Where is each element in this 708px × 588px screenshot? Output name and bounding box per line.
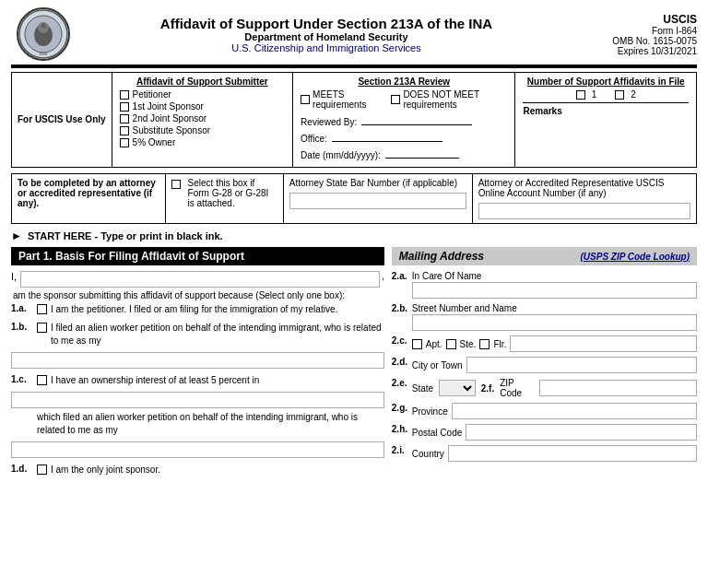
owner-row: 5% Owner [120,137,286,147]
online-account-input[interactable] [478,203,690,219]
addr-2e-row: 2.e. State 2.f. ZIP Code [392,378,697,398]
sponsor-text: am the sponsor submitting this affidavit… [13,290,384,300]
state-select[interactable] [439,380,476,396]
q1b-input[interactable] [11,352,384,369]
joint2-checkbox[interactable] [120,114,129,123]
addr-2a-num: 2.a. [392,271,412,281]
number-options: 1 2 [523,89,689,100]
date-row: Date (mm/dd/yyyy): [301,147,507,160]
meets-checkbox[interactable] [301,95,310,104]
addr-2b-input[interactable] [412,314,697,331]
form-title: Affidavit of Support Under Section 213A … [76,16,577,31]
flr-checkbox[interactable] [479,339,490,349]
apt-checkbox[interactable] [412,339,422,349]
postal-code-input[interactable] [466,424,697,441]
number-column: Number of Support Affidavits in File 1 2… [515,73,696,167]
question-1c-section: 1.c. I have an ownership interest of at … [11,374,384,458]
usps-link[interactable]: (USPS ZIP Code Lookup) [580,252,690,262]
form-header: DHS Affidavit of Support Under Section 2… [11,7,697,61]
addr-2a-label: In Care Of Name [412,271,697,281]
province-input[interactable] [452,403,697,419]
uscis-use-only-table: For USCIS Use Only Affidavit of Support … [11,72,697,168]
sponsor-name-input[interactable] [20,271,380,288]
addr-2e-num: 2.e. [392,378,412,388]
zip-input[interactable] [539,380,697,396]
addr-2i-row: 2.i. Country [392,445,697,462]
addr-2c-num: 2.c. [392,335,412,346]
addr-2g-row: 2.g. Province [392,403,697,419]
g28-column: Select this box if Form G-28 or G-28I is… [166,174,284,223]
left-column: Part 1. Basis For Filing Affidavit of Su… [11,247,384,482]
city-input[interactable] [466,357,697,373]
number-1-checkbox[interactable] [576,90,585,100]
state-zip-row: State 2.f. ZIP Code [412,378,697,398]
addr-2a-row: 2.a. In Care Of Name [392,271,697,299]
header-right: USCIS Form I-864 OMB No. 1615-0075 Expir… [577,13,697,56]
g28-checkbox[interactable] [171,180,181,189]
petitioner-checkbox[interactable] [120,90,129,100]
number-1-row: 1 [576,89,597,100]
not-meet-checkbox[interactable] [391,95,400,104]
addr-2h-num: 2.h. [392,424,412,434]
zip-label: ZIP Code [500,378,534,398]
i-label: I, [11,271,17,282]
remarks-label: Remarks [523,106,689,116]
mailing-title: Mailing Address [399,250,484,263]
logo-box: DHS [11,7,76,61]
q1c-company-input[interactable] [11,392,384,408]
part1-header-text: Part 1. Basis For Filing Affidavit of Su… [18,250,244,263]
zip-num: 2.f. [481,383,494,394]
country-input[interactable] [448,445,697,462]
q1d-text: I am the only joint sponsor. [51,464,384,476]
q1c-checkbox[interactable] [37,375,47,385]
question-1b-row: 1.b. I filed an alien worker petition on… [11,322,384,347]
q1b-text: I filed an alien worker petition on beha… [51,322,384,347]
q1b-checkbox[interactable] [37,323,47,333]
office-row: Office: [301,130,507,144]
addr-2d-row: 2.d. City or Town [392,357,697,373]
comma: , [382,271,384,281]
remarks-section: Remarks [523,102,689,144]
attorney-description-text: To be completed by an attorney or accred… [18,178,156,208]
owner-label: 5% Owner [133,137,176,147]
bar-number-label: Attorney State Bar Number (if applicable… [289,178,466,188]
right-column: Mailing Address (USPS ZIP Code Lookup) 2… [392,247,697,482]
attorney-section: To be completed by an attorney or accred… [11,173,697,224]
substitute-checkbox[interactable] [120,126,129,135]
review-column: Section 213A Review MEETS requirements D… [293,73,515,167]
arrow-icon: ► [11,229,22,242]
addr-2a-input[interactable] [412,282,697,299]
ste-checkbox[interactable] [446,339,456,349]
apt-number-input[interactable] [510,335,697,352]
addr-2c-content: Apt. Ste. Flr. [412,335,697,352]
addr-2h-row: 2.h. Postal Code [392,424,697,441]
addr-2h-label: Postal Code [412,428,462,438]
number-2-checkbox[interactable] [615,90,624,100]
owner-checkbox[interactable] [120,138,129,147]
q1a-checkbox[interactable] [37,304,47,314]
q1d-checkbox[interactable] [37,465,47,475]
date-label: Date (mm/dd/yyyy): [301,150,381,160]
main-content: Part 1. Basis For Filing Affidavit of Su… [11,247,697,482]
office-field[interactable] [332,130,442,142]
omb-number: OMB No. 1615-0075 [577,36,697,46]
g28-label: Select this box if Form G-28 or G-28I is… [188,178,277,208]
date-field[interactable] [385,147,459,159]
addr-2g-content: Province [412,403,697,419]
question-1a-section: 1.a. I am the petitioner. I filed or am … [11,303,384,316]
joint1-checkbox[interactable] [120,102,129,112]
bar-number-input[interactable] [289,193,466,209]
svg-text:DHS: DHS [40,52,48,56]
addr-2h-inner: Postal Code [412,424,697,441]
q1a-num: 1.a. [11,303,37,313]
addr-2b-num: 2.b. [392,303,412,313]
question-1c-cont-row: which filed an alien worker petition on … [11,411,384,437]
q1c-relation-input[interactable] [11,441,384,458]
question-1a-row: 1.a. I am the petitioner. I filed or am … [11,303,384,316]
agency-name: USCIS [577,13,697,26]
office-label: Office: [301,134,327,144]
review-title: Section 213A Review [301,76,507,87]
reviewed-by-field[interactable] [361,113,472,125]
addr-2i-label: Country [412,449,444,459]
addr-2g-inner: Province [412,403,697,419]
